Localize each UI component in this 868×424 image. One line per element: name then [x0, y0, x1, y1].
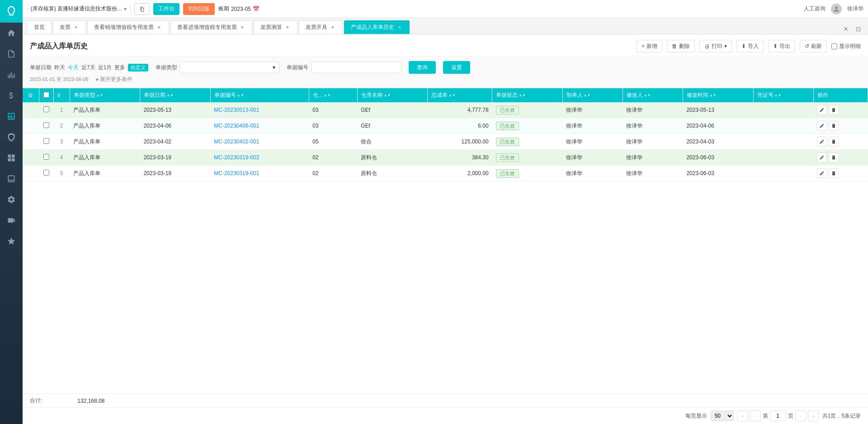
sidebar-item-star[interactable]	[0, 231, 23, 252]
close-window-btn[interactable]: ✕	[841, 24, 851, 34]
workbench-btn[interactable]: 工作台	[153, 3, 179, 15]
first-page-btn[interactable]: «	[737, 410, 748, 421]
tab-purchase-vat[interactable]: 查看进项增值税专用发票 ×	[170, 20, 252, 34]
row-number-cell[interactable]: MC-20230319-002	[210, 150, 309, 166]
th-warehouse-code[interactable]: 仓...▲▼	[309, 88, 357, 102]
row-edit-btn[interactable]	[817, 105, 827, 115]
row-checkbox-cell[interactable]	[39, 118, 53, 134]
per-page-select[interactable]: 10 20 50 100	[711, 410, 734, 421]
row-number-cell[interactable]: MC-20230513-001	[210, 102, 309, 118]
row-checkbox-cell[interactable]	[39, 134, 53, 150]
row-edit-btn[interactable]	[817, 137, 827, 147]
service-link[interactable]: 人工咨询	[804, 5, 826, 13]
page-number-input[interactable]	[770, 410, 786, 421]
date-custom-tag[interactable]: 自定义	[128, 64, 148, 71]
show-detail-toggle[interactable]: 显示明细	[831, 43, 861, 50]
sidebar-item-grid[interactable]	[0, 148, 23, 168]
th-settings[interactable]: ⚙	[23, 88, 39, 102]
date-today[interactable]: 今天	[68, 64, 79, 71]
maximize-window-btn[interactable]: ⊡	[854, 24, 863, 34]
switch-btn[interactable]: 切到旧版	[183, 3, 215, 15]
export-btn[interactable]: ⬆ 导出	[768, 40, 795, 52]
tab-product-in[interactable]: 产成品入库单历史 ×	[344, 20, 410, 34]
doc-btn[interactable]	[134, 3, 150, 15]
prev-page-btn[interactable]: ‹	[750, 410, 761, 421]
row-delete-btn[interactable]	[829, 105, 839, 115]
row-checkbox-cell[interactable]	[39, 166, 53, 181]
tab-invoice-close[interactable]: ×	[73, 24, 79, 31]
row-number-cell[interactable]: MC-20230319-001	[210, 166, 309, 181]
tab-invoice-calc[interactable]: 发票测算 ×	[254, 20, 297, 34]
th-voucher[interactable]: 凭证号▲▼	[753, 88, 813, 102]
row-delete-btn[interactable]	[829, 137, 839, 147]
row-number-cell[interactable]: MC-20230402-001	[210, 134, 309, 150]
import-btn[interactable]: ⬇ 导入	[736, 40, 764, 52]
sidebar-item-settings[interactable]	[0, 189, 23, 210]
th-creator[interactable]: 制单人▲▼	[562, 88, 623, 102]
app-logo[interactable]	[0, 0, 23, 23]
date-1month[interactable]: 近1月	[98, 64, 112, 71]
date-7days[interactable]: 近7天	[81, 64, 95, 71]
sidebar-item-chart[interactable]	[0, 64, 23, 85]
sidebar-item-home[interactable]	[0, 23, 23, 43]
expand-conditions-btn[interactable]: ▾ 展开更多条件	[96, 76, 132, 83]
row-delete-btn[interactable]	[829, 121, 839, 131]
row-edit-btn[interactable]	[817, 121, 827, 131]
th-modifier[interactable]: 修改人▲▼	[623, 88, 683, 102]
type-select[interactable]: ▾	[180, 62, 279, 73]
row-delete-btn[interactable]	[829, 168, 839, 178]
row-checkbox[interactable]	[43, 106, 49, 112]
tab-invoice-open-close[interactable]: ×	[330, 24, 336, 31]
last-page-btn[interactable]: »	[808, 410, 819, 421]
row-checkbox[interactable]	[43, 154, 49, 160]
date-more[interactable]: 更多	[114, 64, 125, 71]
row-edit-btn[interactable]	[817, 152, 827, 162]
th-checkbox[interactable]	[39, 88, 53, 102]
sidebar-item-tax[interactable]	[0, 85, 23, 106]
settings-btn[interactable]: 设置	[443, 61, 470, 74]
th-modify-time[interactable]: 修改时间▲▼	[683, 88, 753, 102]
print-btn[interactable]: 🖨 打印 ▾	[699, 40, 732, 52]
sidebar-item-inventory[interactable]	[0, 106, 23, 127]
tab-product-in-close[interactable]: ×	[396, 24, 403, 31]
row-type-cell: 产品入库单	[70, 102, 140, 118]
select-all-checkbox[interactable]	[43, 92, 49, 98]
row-checkbox[interactable]	[43, 170, 49, 176]
tab-invoice-open[interactable]: 发票开具 ×	[299, 20, 343, 34]
row-delete-btn[interactable]	[829, 152, 839, 162]
th-date[interactable]: 单据日期▲▼	[140, 88, 211, 102]
date-yesterday[interactable]: 昨天	[54, 64, 65, 71]
row-checkbox-cell[interactable]	[39, 102, 53, 118]
th-warehouse-name[interactable]: 仓库名称▲▼	[357, 88, 428, 102]
row-edit-btn[interactable]	[817, 168, 827, 178]
tab-sales-vat-close[interactable]: ×	[156, 24, 162, 31]
th-number[interactable]: 单据编号▲▼	[210, 88, 309, 102]
tab-invoice-calc-close[interactable]: ×	[284, 24, 291, 31]
th-total-cost[interactable]: 总成本▲▼	[428, 88, 492, 102]
query-btn[interactable]: 查询	[409, 61, 436, 74]
tab-sales-vat[interactable]: 查看销项增值税专用发票 ×	[87, 20, 169, 34]
row-number-cell[interactable]: MC-20230406-001	[210, 118, 309, 134]
sidebar-item-stamp[interactable]	[0, 127, 23, 148]
tab-purchase-vat-close[interactable]: ×	[239, 24, 245, 31]
refresh-btn[interactable]: ↺ 刷新	[800, 40, 827, 52]
calendar-icon[interactable]: 📅	[253, 6, 259, 12]
sidebar-item-video[interactable]	[0, 210, 23, 231]
brand-title[interactable]: (库存核算) 直播轻缘通信息技术股份... ▾	[27, 5, 127, 13]
sidebar-item-inbox[interactable]	[0, 168, 23, 189]
number-input[interactable]	[311, 62, 401, 73]
row-checkbox[interactable]	[43, 122, 49, 128]
next-page-btn[interactable]: ›	[795, 410, 806, 421]
dropdown-icon[interactable]: ▾	[124, 6, 127, 12]
tab-home[interactable]: 首页	[27, 20, 52, 34]
tab-invoice[interactable]: 发票 ×	[53, 20, 86, 34]
th-type[interactable]: 单据类型▲▼	[70, 88, 140, 102]
row-checkbox-cell[interactable]	[39, 150, 53, 166]
delete-btn[interactable]: 🗑 删除	[667, 40, 695, 52]
row-checkbox[interactable]	[43, 138, 49, 144]
th-status[interactable]: 单据状态▲▼	[492, 88, 563, 102]
add-btn[interactable]: + 新增	[637, 40, 662, 52]
sidebar-item-files[interactable]	[0, 43, 23, 64]
show-detail-checkbox[interactable]	[831, 43, 837, 49]
user-name[interactable]: 徐泽华	[847, 5, 863, 13]
